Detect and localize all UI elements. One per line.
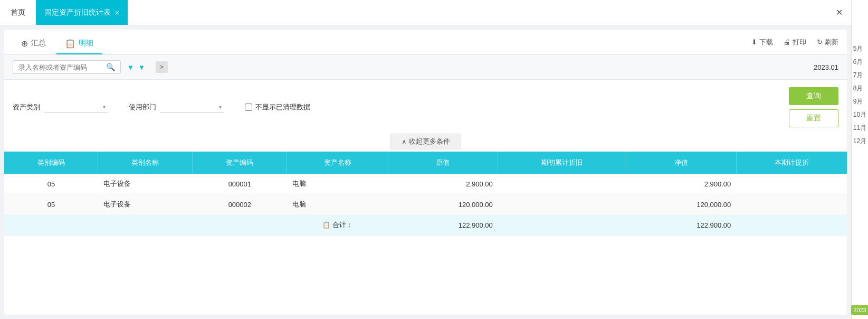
hide-cleared-checkbox[interactable] xyxy=(245,104,252,111)
sidebar-month-item[interactable]: 6月 xyxy=(853,55,866,69)
print-label: 打印 xyxy=(793,37,806,47)
tab-summary[interactable]: ⊕ 汇总 xyxy=(13,33,54,54)
chevron-down-icon: ▼ xyxy=(138,63,145,71)
year-badge: 2023 xyxy=(851,305,868,315)
refresh-label: 刷新 xyxy=(825,37,838,47)
main-content: ⊕ 汇总 📋 明细 ⬇ 下载 🖨 打印 ↻ xyxy=(4,30,847,315)
col-header-net-value: 净值 xyxy=(626,152,737,174)
download-button[interactable]: ⬇ 下载 xyxy=(751,37,773,47)
search-input[interactable] xyxy=(18,63,103,71)
tab-close-button[interactable]: × xyxy=(115,8,119,17)
refresh-button[interactable]: ↻ 刷新 xyxy=(817,37,838,47)
search-icon: 🔍 xyxy=(106,63,115,71)
sidebar-month-item[interactable]: 12月 xyxy=(853,135,866,148)
refresh-icon: ↻ xyxy=(817,38,823,46)
total-accumulated-depreciation xyxy=(498,215,626,236)
total-original-value: 122,900.00 xyxy=(388,215,498,236)
date-label: 2023.01 xyxy=(814,63,838,71)
print-button[interactable]: 🖨 打印 xyxy=(784,37,806,47)
col-header-original-value: 原值 xyxy=(388,152,498,174)
collapse-section: ∧ 收起更多条件 xyxy=(13,127,838,152)
cell-asset-code: 000002 xyxy=(193,194,287,215)
col-header-asset-name: 资产名称 xyxy=(287,152,388,174)
cell-accumulated-depreciation xyxy=(498,174,626,194)
cell-asset-code: 000001 xyxy=(193,174,287,194)
total-net-value: 122,900.00 xyxy=(626,215,737,236)
asset-type-select-wrap xyxy=(44,102,108,112)
asset-type-label: 资产类别 xyxy=(13,102,40,112)
table-row: 05 电子设备 000002 电脑 120,000.00 120,000.00 xyxy=(4,194,847,215)
search-bar: 🔍 ▼ ▼ > 2023.01 xyxy=(4,55,847,80)
cell-category: 电子设备 xyxy=(98,194,193,215)
col-header-code: 类别编码 xyxy=(4,152,98,174)
cell-current-depreciation xyxy=(736,174,847,194)
cell-asset-name: 电脑 xyxy=(287,174,388,194)
hide-cleared-item: 不显示已清理数据 xyxy=(245,102,310,112)
sidebar-month-item[interactable]: 8月 xyxy=(853,82,866,95)
window-close-icon[interactable]: ✕ xyxy=(836,8,843,17)
total-current-depreciation xyxy=(736,215,847,236)
asset-type-filter: 资产类别 xyxy=(13,102,108,112)
cell-accumulated-depreciation xyxy=(498,194,626,215)
summary-label: 汇总 xyxy=(31,39,46,48)
sub-tabs-left: ⊕ 汇总 📋 明细 xyxy=(13,30,102,54)
total-label-cell xyxy=(4,215,287,236)
cell-current-depreciation xyxy=(736,194,847,215)
collapse-icon: ∧ xyxy=(402,138,407,146)
col-header-asset-code: 资产编码 xyxy=(193,152,287,174)
tab-detail[interactable]: 📋 明细 xyxy=(56,33,102,54)
hide-cleared-label: 不显示已清理数据 xyxy=(255,102,310,112)
filter-area: 资产类别 使用部门 xyxy=(4,80,847,152)
sidebar-month-item[interactable]: 9月 xyxy=(853,95,866,108)
toolbar-buttons: ⬇ 下载 🖨 打印 ↻ 刷新 xyxy=(751,37,838,47)
table-header-row: 类别编码 类别名称 资产编码 资产名称 原值 期初累计折旧 净值 本期计提折 xyxy=(4,152,847,174)
cell-original-value: 120,000.00 xyxy=(388,194,498,215)
sidebar-month-item[interactable]: 5月 xyxy=(853,42,866,55)
cell-net-value: 2,900.00 xyxy=(626,174,737,194)
active-tab[interactable]: 固定资产折旧统计表 × xyxy=(36,0,128,25)
detail-label: 明细 xyxy=(79,39,93,48)
top-nav: 首页 固定资产折旧统计表 × ✕ xyxy=(0,0,851,25)
expand-button[interactable]: > xyxy=(156,61,168,73)
collapse-button[interactable]: ∧ 收起更多条件 xyxy=(390,134,461,149)
search-input-wrap: 🔍 xyxy=(13,60,121,74)
sidebar-month-item[interactable]: 10月 xyxy=(853,108,866,121)
table-row: 05 电子设备 000001 电脑 2,900.00 2,900.00 xyxy=(4,174,847,194)
table-wrap: 类别编码 类别名称 资产编码 资产名称 原值 期初累计折旧 净值 本期计提折 0… xyxy=(4,152,847,315)
home-nav[interactable]: 首页 xyxy=(0,0,36,25)
col-header-accumulated-depreciation: 期初累计折旧 xyxy=(498,152,626,174)
right-sidebar: 5月6月7月8月9月10月11月12月 2023 xyxy=(851,0,868,319)
cell-net-value: 120,000.00 xyxy=(626,194,737,215)
print-icon: 🖨 xyxy=(784,38,790,46)
filter-row: 资产类别 使用部门 xyxy=(13,87,838,127)
col-header-category: 类别名称 xyxy=(98,152,193,174)
more-conditions-button[interactable]: ▼ ▼ xyxy=(127,63,145,71)
sub-tabs-bar: ⊕ 汇总 📋 明细 ⬇ 下载 🖨 打印 ↻ xyxy=(4,30,847,55)
download-label: 下载 xyxy=(759,37,773,47)
detail-icon: 📋 xyxy=(65,39,75,49)
sidebar-month-item[interactable]: 7月 xyxy=(853,69,866,82)
data-table: 类别编码 类别名称 资产编码 资产名称 原值 期初累计折旧 净值 本期计提折 0… xyxy=(4,152,847,236)
cell-original-value: 2,900.00 xyxy=(388,174,498,194)
department-filter: 使用部门 xyxy=(129,102,224,112)
filter-icon: ▼ xyxy=(127,63,134,71)
department-label: 使用部门 xyxy=(129,102,156,112)
summary-icon: ⊕ xyxy=(21,39,28,49)
cell-code: 05 xyxy=(4,174,98,194)
department-select-wrap xyxy=(160,102,224,112)
reset-button[interactable]: 重置 xyxy=(789,109,838,127)
sidebar-month-item[interactable]: 11月 xyxy=(853,121,866,135)
asset-type-select[interactable] xyxy=(44,102,108,112)
department-select[interactable] xyxy=(160,102,224,112)
query-button[interactable]: 查询 xyxy=(789,87,838,105)
col-header-current-depreciation: 本期计提折 xyxy=(736,152,847,174)
cell-asset-name: 电脑 xyxy=(287,194,388,215)
total-row: 📋合计： 122,900.00 122,900.00 xyxy=(4,215,847,236)
download-icon: ⬇ xyxy=(751,38,757,46)
cell-code: 05 xyxy=(4,194,98,215)
tab-label: 固定资产折旧统计表 xyxy=(44,8,111,17)
cell-category: 电子设备 xyxy=(98,174,193,194)
filter-buttons: 查询 重置 xyxy=(789,87,838,127)
total-label: 📋合计： xyxy=(287,215,388,236)
collapse-label: 收起更多条件 xyxy=(409,137,450,146)
